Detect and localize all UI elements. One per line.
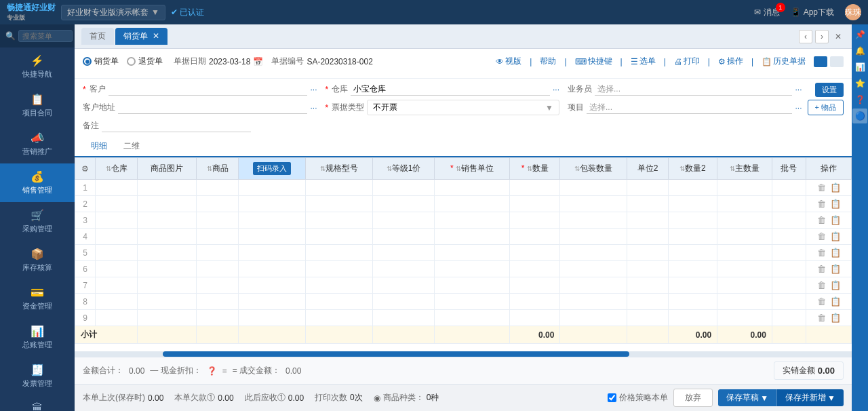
delete-row-icon[interactable]: 🗑 (817, 199, 826, 209)
row-product-image[interactable] (138, 196, 197, 212)
customer-dots-button[interactable]: ··· (310, 85, 317, 94)
help-button[interactable]: 帮助 (537, 54, 559, 68)
delete-row-icon[interactable]: 🗑 (817, 313, 826, 323)
row-main-qty[interactable] (717, 294, 772, 310)
copy-row-icon[interactable]: 📋 (830, 182, 841, 193)
row-main-qty[interactable] (717, 229, 772, 245)
col-sort-icon[interactable]: ⇅ (106, 165, 111, 172)
calendar-icon[interactable]: 📅 (253, 57, 263, 66)
sidebar-item-marketing[interactable]: 📣 营销推广 (0, 125, 75, 163)
row-unit2[interactable] (627, 229, 668, 245)
row-main-qty[interactable] (717, 310, 772, 326)
sidebar-item-quick-nav[interactable]: ⚡ 快捷导航 (0, 47, 75, 86)
tab-mingxi[interactable]: 明细 (83, 136, 115, 157)
row-sales-unit[interactable] (434, 212, 509, 229)
row-product-image[interactable] (138, 212, 197, 229)
col-sort-icon[interactable]: ⇅ (387, 165, 392, 172)
row-pack-qty[interactable] (560, 261, 627, 277)
row-scan[interactable] (239, 261, 306, 277)
row-warehouse[interactable] (96, 261, 138, 277)
sidebar-item-purchase[interactable]: 🛒 采购管理 (0, 202, 75, 241)
row-product[interactable] (197, 180, 239, 196)
row-pack-qty[interactable] (560, 180, 627, 196)
search-input[interactable] (18, 30, 73, 42)
row-qty2[interactable] (668, 310, 717, 326)
row-pack-qty[interactable] (560, 294, 627, 310)
row-pack-qty[interactable] (560, 229, 627, 245)
row-main-qty[interactable] (717, 212, 772, 229)
row-scan[interactable] (239, 212, 306, 229)
col-sort-icon[interactable]: ⇅ (679, 165, 685, 172)
row-main-qty[interactable] (717, 180, 772, 196)
copy-row-icon[interactable]: 📋 (830, 248, 841, 258)
row-quantity[interactable] (509, 261, 560, 277)
copy-row-icon[interactable]: 📋 (830, 313, 841, 323)
warehouse-input[interactable] (351, 83, 550, 96)
row-quantity[interactable] (509, 212, 560, 229)
row-sales-unit[interactable] (434, 310, 509, 326)
row-quantity[interactable] (509, 277, 560, 294)
tab-home[interactable]: 首页 (81, 28, 114, 45)
sidebar-item-finance[interactable]: 💳 资金管理 (0, 279, 75, 318)
right-panel-icon-5[interactable]: ❓ (852, 92, 867, 107)
row-price1[interactable] (373, 229, 435, 245)
sidebar-item-invoice[interactable]: 🧾 发票管理 (0, 357, 75, 395)
row-unit2[interactable] (627, 180, 668, 196)
address-input[interactable] (118, 101, 307, 114)
row-qty2[interactable] (668, 229, 717, 245)
row-scan[interactable] (239, 310, 306, 326)
tab-close-icon[interactable]: ✕ (153, 31, 159, 41)
price-policy-check[interactable] (608, 393, 616, 402)
row-unit2[interactable] (627, 196, 668, 212)
row-spec[interactable] (306, 196, 373, 212)
right-panel-icon-6[interactable]: 🔵 (852, 109, 867, 123)
row-sales-unit[interactable] (434, 229, 509, 245)
sidebar-item-accounting[interactable]: 📊 总账管理 (0, 318, 75, 357)
row-price1[interactable] (373, 212, 435, 229)
col-sort-icon[interactable]: ⇅ (320, 165, 326, 172)
sidebar-item-sales[interactable]: 💰 销售管理 (0, 163, 75, 202)
row-warehouse[interactable] (96, 310, 138, 326)
print-button[interactable]: 🖨 打印 (671, 54, 703, 68)
col-sort-icon[interactable]: ⇅ (527, 165, 532, 172)
copy-row-icon[interactable]: 📋 (830, 199, 841, 209)
delete-row-icon[interactable]: 🗑 (817, 264, 826, 274)
save-draft-button[interactable]: 保存草稿 ▼ (718, 389, 776, 406)
row-product[interactable] (197, 294, 239, 310)
row-sales-unit[interactable] (434, 245, 509, 261)
copy-row-icon[interactable]: 📋 (830, 215, 841, 225)
sidebar-item-inventory[interactable]: 📦 库存核算 (0, 241, 75, 279)
nav-next-button[interactable]: › (815, 30, 829, 43)
settings-button[interactable]: 设置 (815, 83, 844, 97)
row-batch[interactable] (772, 196, 806, 212)
sidebar-item-project[interactable]: 📋 项目合同 (0, 86, 75, 125)
tab-sales-order[interactable]: 销货单 ✕ (115, 28, 167, 45)
row-batch[interactable] (772, 261, 806, 277)
row-main-qty[interactable] (717, 261, 772, 277)
row-spec[interactable] (306, 294, 373, 310)
history-button[interactable]: 📋 历史单据 (759, 54, 808, 68)
scan-button[interactable]: 扫码录入 (253, 162, 291, 175)
delete-row-icon[interactable]: 🗑 (817, 182, 826, 193)
salesperson-dots-button[interactable]: ··· (795, 85, 802, 94)
copy-row-icon[interactable]: 📋 (830, 280, 841, 290)
scroll-thumb[interactable] (163, 351, 629, 357)
row-product-image[interactable] (138, 180, 197, 196)
salesperson-input[interactable] (595, 83, 792, 96)
row-batch[interactable] (772, 294, 806, 310)
sidebar-item-tax[interactable]: 🏛 税务管理 (0, 395, 75, 411)
tab-erwei[interactable]: 二维 (115, 136, 148, 156)
row-batch[interactable] (772, 180, 806, 196)
delete-row-icon[interactable]: 🗑 (817, 248, 826, 258)
row-main-qty[interactable] (717, 245, 772, 261)
row-scan[interactable] (239, 196, 306, 212)
row-price1[interactable] (373, 261, 435, 277)
row-batch[interactable] (772, 229, 806, 245)
row-product[interactable] (197, 261, 239, 277)
row-spec[interactable] (306, 277, 373, 294)
row-qty2[interactable] (668, 294, 717, 310)
row-product[interactable] (197, 310, 239, 326)
row-product[interactable] (197, 212, 239, 229)
col-sort-icon[interactable]: ⇅ (456, 165, 461, 172)
horizontal-scrollbar[interactable] (75, 351, 852, 357)
